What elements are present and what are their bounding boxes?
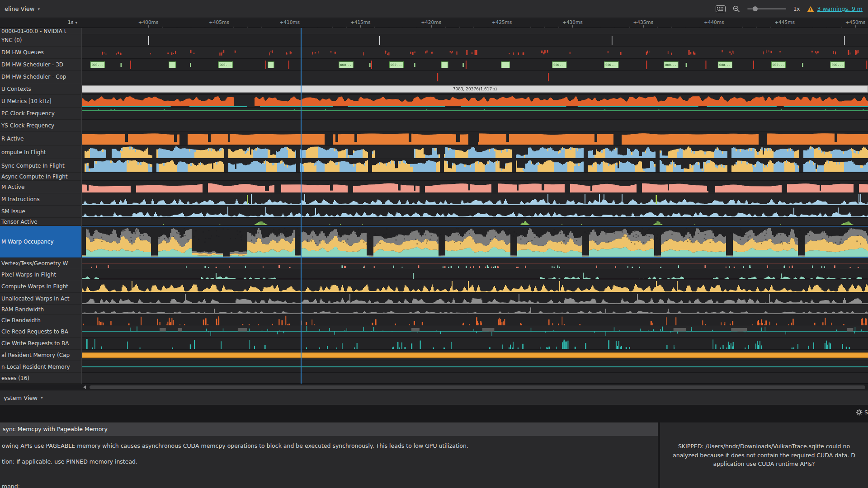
timeline-row-label[interactable]: M Instructions [0, 193, 81, 206]
chevron-down-icon: ▾ [41, 395, 43, 400]
ruler-minor-tick [530, 27, 531, 28]
bottom-area: S sync Memcpy with Pageable Memory owing… [0, 405, 868, 488]
timeline-row-label[interactable]: DM HW Scheduler - 3D [0, 59, 81, 71]
ruler-minor-tick [827, 27, 827, 28]
ruler-tick-mark [219, 25, 219, 28]
ruler-minor-tick [332, 27, 333, 28]
keyboard-shortcuts-icon[interactable] [716, 5, 726, 12]
ruler-minor-tick [841, 27, 842, 28]
timeline-row-label[interactable]: Unallocated Warps in Act [0, 293, 81, 305]
ruler-minor-tick [587, 27, 587, 28]
toolbar-right-group: 1x 3 warnings, 9 m [716, 5, 863, 13]
ruler-tick-mark [502, 25, 502, 28]
bottom-panels: sync Memcpy with Pageable Memory owing A… [0, 422, 868, 488]
ruler-minor-tick [191, 27, 191, 28]
expert-system-command-label: mand: [2, 483, 20, 488]
timeline-chart-canvas[interactable] [82, 28, 868, 384]
ruler-tick-mark [148, 25, 149, 28]
timeline-row-label[interactable]: 0000-01-00.0 - NVIDIA t [0, 28, 81, 34]
timeline-row-label[interactable]: Pixel Warps In Flight [0, 269, 81, 280]
ruler-tick-mark [643, 25, 644, 28]
timeline-row-label[interactable]: RAM Bandwidth [0, 305, 81, 314]
system-view-dropdown-label: ystem View [4, 394, 38, 401]
ruler-minor-tick [700, 27, 700, 28]
ruler-minor-tick [544, 27, 545, 28]
timeline-row-label[interactable]: al Resident Memory (Cap [0, 350, 81, 361]
ruler-tick-mark [360, 25, 361, 28]
ruler-minor-tick [233, 27, 234, 28]
time-ruler[interactable]: 1s ▾ +400ms+405ms+410ms+415ms+420ms+425m… [0, 18, 868, 28]
timeline-row-label[interactable]: n-Local Resident Memory [0, 361, 81, 373]
ruler-tick-label: +405ms [209, 19, 229, 25]
chevron-down-icon: ▾ [75, 20, 77, 25]
timeline-row-label[interactable]: PC Clock Frequency [0, 108, 81, 120]
timeline-row-label[interactable]: U Metrics [10 kHz] [0, 95, 81, 108]
zoom-slider[interactable] [747, 8, 786, 9]
ruler-minor-tick [417, 27, 417, 28]
timeline-row-label[interactable]: Cle Read Requests to BA [0, 326, 81, 338]
horizontal-scrollbar[interactable] [0, 384, 868, 390]
ruler-tick-label: +410ms [280, 19, 300, 25]
ruler-minor-tick [177, 27, 177, 28]
settings-button[interactable]: S [856, 409, 868, 416]
ruler-minor-tick [728, 27, 728, 28]
ruler-minor-tick [601, 27, 601, 28]
timeline-row-label[interactable]: Tensor Active [0, 218, 81, 226]
timeline-row-label[interactable]: DM HW Queues [0, 47, 81, 59]
timeline-row-label[interactable]: Vertex/Tess/Geometry W [0, 258, 81, 269]
zoom-out-icon[interactable] [733, 5, 740, 13]
warning-triangle-icon [807, 6, 814, 12]
ruler-origin-label[interactable]: 1s ▾ [68, 19, 77, 25]
timeline-view-dropdown[interactable]: eline View ▾ [5, 5, 40, 12]
nsight-systems-window: eline View ▾ [0, 0, 868, 488]
system-view-bar: ystem View ▾ [0, 390, 868, 405]
ruler-tick-mark [572, 25, 573, 28]
ruler-minor-tick [162, 27, 163, 28]
ruler-tick-label: +420ms [421, 19, 441, 25]
ruler-minor-tick [629, 27, 630, 28]
ruler-minor-tick [813, 27, 813, 28]
timeline-row-label[interactable]: R Active [0, 132, 81, 145]
ruler-tick-mark [290, 25, 290, 28]
gear-icon [856, 409, 863, 416]
timeline-row-label[interactable]: SM Issue [0, 206, 81, 218]
ruler-tick-label: +450ms [845, 19, 866, 25]
timeline-row-label[interactable]: Sync Compute In Flight [0, 159, 81, 173]
expert-system-result-row[interactable]: sync Memcpy with Pageable Memory [0, 422, 658, 436]
ruler-tick-mark [714, 25, 714, 28]
expert-system-suggestion: tion: If applicable, use PINNED memory i… [2, 458, 654, 465]
timeline-row-label[interactable]: U Contexts [0, 83, 81, 95]
timeline-row-label[interactable]: esses (16) [0, 373, 81, 384]
ruler-minor-tick [671, 27, 672, 28]
timeline-view-dropdown-label: eline View [5, 5, 34, 12]
skipped-message-panel: SKIPPED: /Users/hndr/Downloads/VulkanTra… [660, 422, 868, 488]
timeline-row-label[interactable]: Cle Bandwidth [0, 314, 81, 326]
timeline-row-label[interactable]: M Active [0, 181, 81, 193]
timeline-row-label[interactable]: Async Compute In Flight [0, 173, 81, 181]
ruler-tick-mark [431, 25, 432, 28]
timeline-cursor[interactable] [301, 28, 302, 384]
timeline-row-label[interactable]: Compute Warps In Flight [0, 280, 81, 293]
timeline-row-label[interactable]: DM HW Scheduler - Cop [0, 71, 81, 83]
timeline-row-label[interactable]: YNC (0) [0, 34, 81, 47]
timeline-row-label[interactable]: Cle Write Requests to BA [0, 338, 81, 350]
timeline-row-label[interactable]: YS Clock Frequency [0, 120, 81, 132]
scrollbar-thumb[interactable] [90, 385, 865, 389]
ruler-tick-label: +435ms [633, 19, 654, 25]
system-view-dropdown[interactable]: ystem View ▾ [4, 394, 43, 401]
timeline-chart-area[interactable] [82, 28, 868, 384]
warnings-link[interactable]: 3 warnings, 9 m [817, 5, 863, 12]
settings-button-label: S [864, 409, 868, 416]
ruler-minor-tick [346, 27, 347, 28]
timeline-row-label[interactable]: ompute In Flight [0, 145, 81, 159]
warnings-group[interactable]: 3 warnings, 9 m [807, 5, 863, 12]
skipped-message-line1: SKIPPED: /Users/hndr/Downloads/VulkanTra… [678, 443, 850, 450]
timeline-area: 0000-01-00.0 - NVIDIA tYNC (0)DM HW Queu… [0, 28, 868, 384]
main-toolbar: eline View ▾ [0, 0, 868, 18]
timeline-row-label[interactable]: M Warp Occupancy [0, 226, 81, 258]
scroll-left-icon[interactable] [83, 385, 86, 389]
expert-system-panel: sync Memcpy with Pageable Memory owing A… [0, 422, 658, 488]
ruler-tick-label: +400ms [138, 19, 159, 25]
zoom-slider-knob[interactable] [753, 6, 758, 11]
ruler-minor-tick [756, 27, 757, 28]
